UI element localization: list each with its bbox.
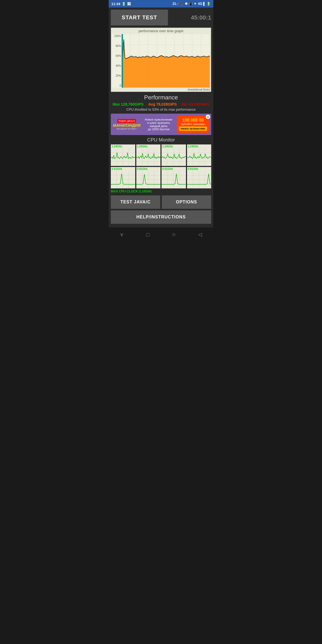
graph-title: performance over time graph: [111, 28, 211, 34]
battery-icon-right: 🔋: [207, 2, 211, 6]
cpu-graph-mini-6: [136, 171, 161, 188]
cpu-freq-2: 1.24GHz: [136, 144, 161, 148]
svg-marker-17: [123, 39, 210, 88]
svg-rect-61: [162, 171, 186, 188]
cpu-core-5: 0.91GHz: [111, 167, 135, 188]
ad-brand: МАНИЛЭНДИЯ: [113, 123, 140, 128]
graph-plot: [122, 34, 210, 88]
cpu-monitor-title: CPU Monitor: [111, 137, 211, 143]
wifi-icon: ▼: [194, 2, 197, 6]
cpu-core-8: 0.91GHz: [187, 167, 211, 188]
headphone-icon: 🎧: [180, 2, 184, 6]
main-content: START TEST 45:00:1 performance over time…: [109, 8, 213, 228]
y-label-40: 40%: [113, 64, 121, 67]
nav-triangle-icon[interactable]: ◁: [198, 232, 202, 237]
time-label: time(interval 5min): [111, 88, 211, 92]
cpu-graph-mini-5: [111, 171, 135, 188]
stat-max: Max 128,760GIPS: [113, 102, 144, 106]
cpu-graph-mini-7: [162, 171, 186, 188]
ad-close-button[interactable]: ✕: [206, 115, 210, 119]
bluetooth-icon: ✱: [185, 2, 188, 6]
time-display: 11:34: [111, 2, 120, 6]
timer-display: 45:00:1: [170, 14, 211, 21]
y-label-80: 80%: [113, 44, 121, 47]
performance-graph-container: performance over time graph 100% 80% 60%…: [111, 28, 211, 92]
nav-circle-icon[interactable]: ○: [172, 231, 175, 238]
signal-bars: ▌: [203, 2, 206, 6]
ad-cta[interactable]: 100 000 00 рублей и сувениры Начать путе…: [177, 116, 209, 133]
options-button[interactable]: OPTIONS: [162, 195, 211, 209]
cpu-graph-mini-8: [187, 171, 211, 188]
battery-icon: 🔋: [122, 2, 126, 6]
cpu-core-1: 1.24GHz: [111, 144, 135, 166]
cpu-freq-3: 1.24GHz: [162, 144, 186, 148]
navigation-bar: ∨ □ ○ ◁: [109, 229, 213, 240]
performance-section: Performance Max 128,760GIPS Avg 78,028GI…: [111, 94, 211, 111]
svg-rect-47: [111, 171, 135, 188]
y-label-20: 20%: [113, 74, 121, 77]
y-label-100: 100%: [113, 35, 121, 38]
nav-square-icon[interactable]: □: [146, 232, 149, 238]
notification-icon: 🖼: [127, 2, 131, 6]
test-java-c-button[interactable]: TEST JAVA/C: [111, 195, 160, 209]
cpu-core-4: 1.24GHz: [187, 144, 211, 166]
perf-stats: Max 128,760GIPS Avg 78,028GIPS Min 63,09…: [111, 102, 211, 106]
cpu-freq-7: 0.91GHz: [162, 167, 186, 171]
cpu-freq-5: 0.91GHz: [111, 167, 135, 171]
cpu-graph-mini-1: [111, 148, 135, 166]
top-row: START TEST 45:00:1: [111, 10, 211, 25]
status-left: 11:34 🔋 🖼: [111, 2, 131, 6]
help-instructions-button[interactable]: HELP/INSTRUCTIONS: [111, 210, 211, 224]
cpu-core-2: 1.24GHz: [136, 144, 161, 166]
max-cpu-clock: MAX CPU CLOCK:2.10GHz: [111, 189, 211, 193]
nav-chevron-icon[interactable]: ∨: [120, 232, 123, 237]
network-icon: 4G: [198, 2, 202, 6]
stat-min: Min 63,092GIPS: [181, 102, 209, 106]
status-bar: 11:34 🔋 🖼 21.↑ 🎧 ✱ 📳 ▼ 4G ▌ 🔋: [109, 0, 213, 8]
cpu-bottom-grid: 0.91GHz 0.91GHz: [111, 167, 211, 188]
ad-banner[interactable]: Яндекс.Деньги МАНИЛЭНДИЯ Выгодный чат-кв…: [111, 114, 211, 135]
cpu-freq-8: 0.91GHz: [187, 167, 211, 171]
ad-start-button[interactable]: Начать путешествие: [179, 126, 207, 131]
performance-title: Performance: [111, 94, 211, 101]
cpu-graph-mini-3: [162, 148, 186, 166]
ad-yandex-logo: Яндекс.Деньги: [117, 119, 136, 123]
cpu-core-3: 1.24GHz: [162, 144, 186, 166]
cpu-freq-4: 1.24GHz: [187, 144, 211, 148]
signal-info: 21.↑: [173, 2, 179, 6]
status-right: 21.↑ 🎧 ✱ 📳 ▼ 4G ▌ 🔋: [173, 2, 211, 6]
throttle-text: CPU throttled to 53% of its max performa…: [111, 107, 211, 111]
y-label-0: 0: [113, 84, 121, 87]
start-test-button[interactable]: START TEST: [111, 10, 168, 25]
y-label-60: 60%: [113, 54, 121, 57]
graph-area: 100% 80% 60% 40% 20% 0: [112, 34, 210, 88]
cpu-core-6: 0.91GHz: [136, 167, 161, 188]
ad-tagline: Выгодный чат-квест: [117, 128, 137, 130]
cpu-core-7: 0.91GHz: [162, 167, 186, 188]
cpu-freq-6: 0.91GHz: [136, 167, 161, 171]
stat-avg: Avg 78,028GIPS: [148, 102, 177, 106]
bottom-buttons: TEST JAVA/C OPTIONS: [111, 195, 211, 209]
cpu-freq-1: 1.24GHz: [111, 144, 135, 148]
close-icon: ✕: [207, 116, 209, 118]
ad-left: Яндекс.Деньги МАНИЛЭНДИЯ Выгодный чат-кв…: [113, 119, 140, 130]
ad-text: Новое приключениеи шанс выигратькаждый д…: [140, 118, 177, 131]
svg-rect-54: [136, 171, 161, 188]
vibrate-icon: 📳: [189, 2, 193, 6]
cpu-top-grid: 1.24GHz 1.24GHz: [111, 144, 211, 166]
cpu-graph-mini-2: [136, 148, 161, 166]
y-axis: 100% 80% 60% 40% 20% 0: [112, 34, 122, 88]
cpu-graph-mini-4: [187, 148, 211, 166]
